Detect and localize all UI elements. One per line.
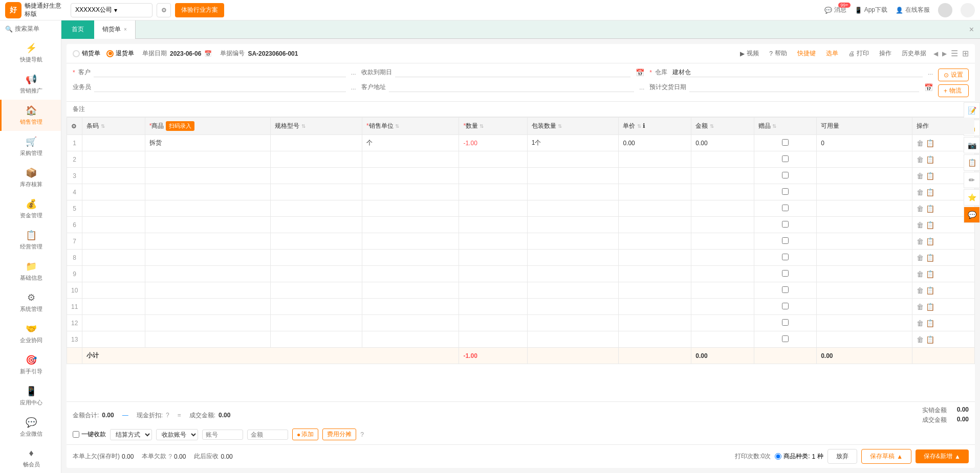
- float-clipboard-btn[interactable]: 📋: [964, 154, 980, 171]
- th-settings[interactable]: ⚙: [67, 118, 82, 135]
- product-type-radio[interactable]: [775, 453, 781, 460]
- copy-btn[interactable]: 📋: [926, 172, 934, 180]
- sidebar-item-inventory[interactable]: 📦 库存核算: [0, 162, 61, 193]
- copy-btn[interactable]: 📋: [926, 237, 934, 245]
- help-icon[interactable]: ?: [166, 412, 169, 419]
- customer-dots[interactable]: ...: [351, 69, 356, 76]
- product-cell[interactable]: 拆货: [145, 135, 271, 151]
- nav-prev[interactable]: ◀: [933, 50, 938, 57]
- copy-btn[interactable]: 📋: [926, 205, 934, 213]
- radio-return[interactable]: 退货单: [106, 49, 134, 58]
- float-camera-btn[interactable]: 📷: [964, 137, 980, 153]
- copy-btn[interactable]: 📋: [926, 254, 934, 262]
- app-download-button[interactable]: 📱 App下载: [855, 6, 887, 14]
- delete-btn[interactable]: 🗑: [917, 286, 924, 295]
- draft-button[interactable]: 保存草稿 ▲: [861, 449, 911, 464]
- sidebar-item-quick-nav[interactable]: ⚡ 快捷导航: [0, 37, 61, 69]
- radio-sales[interactable]: 销货单: [73, 49, 100, 58]
- fee-help-icon[interactable]: ?: [360, 431, 364, 438]
- tab-sales-order[interactable]: 销货单 ×: [94, 20, 136, 39]
- tab-close-icon[interactable]: ×: [124, 27, 127, 32]
- sidebar-item-operations[interactable]: 📋 经营管理: [0, 224, 61, 256]
- delete-btn[interactable]: 🗑: [917, 155, 924, 164]
- salesperson-dots[interactable]: ...: [351, 84, 356, 91]
- sidebar-item-system[interactable]: ⚙ 系统管理: [0, 287, 61, 318]
- sidebar-item-purchase[interactable]: 🛒 采购管理: [0, 131, 61, 162]
- product-type-checkbox-label[interactable]: 商品种类:: [775, 452, 810, 461]
- copy-btn[interactable]: 📋: [926, 139, 934, 147]
- settings-icon[interactable]: ⚙: [157, 3, 171, 17]
- copy-btn[interactable]: 📋: [926, 319, 934, 327]
- nav-next[interactable]: ▶: [942, 50, 947, 57]
- select-btn[interactable]: 选单: [823, 48, 841, 59]
- amount-cell[interactable]: 0.00: [691, 135, 754, 151]
- settings-button[interactable]: ⊙ 设置: [938, 69, 969, 81]
- unit-price-cell[interactable]: 0.00: [619, 135, 691, 151]
- sidebar-item-marketing[interactable]: 📢 营销推广: [0, 69, 61, 100]
- trial-button[interactable]: 体验行业方案: [175, 3, 224, 17]
- copy-btn[interactable]: 📋: [926, 286, 934, 295]
- view-grid[interactable]: ⊞: [962, 49, 969, 58]
- copy-btn[interactable]: 📋: [926, 155, 934, 164]
- delete-btn[interactable]: 🗑: [917, 172, 924, 180]
- company-selector[interactable]: XXXXXX公司 ▾: [71, 3, 153, 17]
- delete-btn[interactable]: 🗑: [917, 270, 924, 278]
- pkg-qty-cell[interactable]: 1个: [527, 135, 619, 151]
- help-icon[interactable]: ?: [168, 453, 172, 460]
- fee-split-button[interactable]: 费用分摊: [322, 429, 356, 440]
- shortcut-btn[interactable]: 快捷键: [794, 48, 819, 59]
- calendar-icon[interactable]: 📅: [204, 50, 212, 57]
- qty-cell[interactable]: -1.00: [459, 135, 527, 151]
- sidebar-item-guide[interactable]: 🎯 新手引导: [0, 349, 61, 380]
- add-payment-button[interactable]: ● 添加: [292, 429, 318, 440]
- avatar[interactable]: [938, 3, 952, 17]
- warehouse-input[interactable]: [670, 67, 923, 77]
- print-btn[interactable]: 🖨 打印: [845, 48, 872, 59]
- expected-date-input[interactable]: [689, 82, 919, 92]
- video-btn[interactable]: ▶ 视频: [737, 48, 762, 59]
- view-list[interactable]: ☰: [951, 49, 958, 58]
- sidebar-item-member[interactable]: ♦ 畅会员: [0, 443, 61, 473]
- delete-btn[interactable]: 🗑: [917, 319, 924, 327]
- delete-btn[interactable]: 🗑: [917, 188, 924, 196]
- salesperson-input[interactable]: [94, 82, 346, 92]
- sidebar-item-wechat[interactable]: 💬 企业微信: [0, 412, 61, 443]
- copy-btn[interactable]: 📋: [926, 188, 934, 196]
- save-new-button[interactable]: 保存&新增 ▲: [916, 449, 969, 463]
- sidebar-item-appstore[interactable]: 📱 应用中心: [0, 380, 61, 412]
- account-select[interactable]: 收款账号: [156, 429, 198, 440]
- amount-input[interactable]: [247, 430, 288, 440]
- unit-cell[interactable]: 个: [362, 135, 459, 151]
- tab-home[interactable]: 首页: [61, 20, 94, 39]
- float-star-btn[interactable]: ⭐: [964, 189, 980, 206]
- due-date-input[interactable]: [395, 67, 631, 77]
- sidebar-item-enterprise[interactable]: 🤝 企业协同: [0, 318, 61, 349]
- delete-btn[interactable]: 🗑: [917, 303, 924, 311]
- account-number-input[interactable]: [202, 430, 243, 440]
- copy-btn[interactable]: 📋: [926, 221, 934, 229]
- abandon-button[interactable]: 放弃: [827, 449, 857, 464]
- remarks-input[interactable]: [89, 106, 969, 113]
- payment-checkbox-input[interactable]: [73, 431, 79, 438]
- message-button[interactable]: 💬 消息 99+: [824, 6, 846, 14]
- float-notes-btn[interactable]: 📝: [964, 102, 980, 119]
- scan-button[interactable]: 扫码录入: [166, 121, 194, 131]
- delete-btn[interactable]: 🗑: [917, 237, 924, 245]
- customer-input[interactable]: [94, 67, 346, 77]
- delete-btn[interactable]: 🗑: [917, 221, 924, 229]
- search-menu[interactable]: 🔍 搜索菜单: [0, 20, 61, 37]
- float-edit-btn[interactable]: ✏: [964, 172, 980, 188]
- delete-btn[interactable]: 🗑: [917, 139, 924, 147]
- delete-btn[interactable]: 🗑: [917, 335, 924, 344]
- customer-addr-input[interactable]: [389, 82, 635, 92]
- gift-cell[interactable]: [754, 135, 816, 151]
- customer-addr-dots[interactable]: ...: [639, 84, 644, 91]
- operation-btn[interactable]: 操作: [876, 48, 895, 59]
- history-btn[interactable]: 历史单据: [899, 48, 929, 59]
- online-service-button[interactable]: 👤 在线客服: [896, 6, 930, 14]
- settlement-method-select[interactable]: 结算方式: [110, 429, 152, 440]
- copy-btn[interactable]: 📋: [926, 335, 934, 344]
- calendar-icon[interactable]: 📅: [636, 69, 644, 77]
- logistics-button[interactable]: + 物流: [938, 84, 969, 97]
- help-btn[interactable]: ? 帮助: [766, 48, 790, 59]
